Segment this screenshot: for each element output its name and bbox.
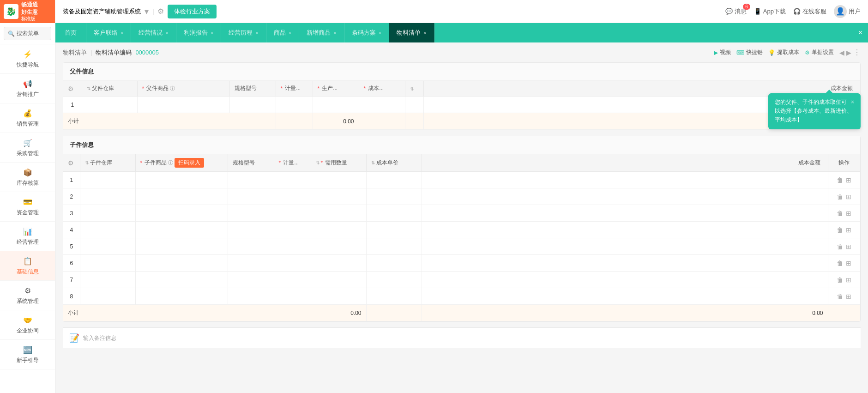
tab-profit-close[interactable]: × [211,30,213,36]
sidebar-item-system[interactable]: ⚙ 系统管理 [0,281,55,310]
child-row-8-unit-cost[interactable] [366,288,422,305]
scan-input-button[interactable]: 扫码录入 [175,158,204,168]
delete-row-3-button[interactable]: 🗑 [837,210,843,217]
sidebar-item-marketing[interactable]: 📢 营销推广 [0,74,55,103]
child-row-2-warehouse[interactable] [80,188,135,205]
sidebar-item-sales[interactable]: 💰 销售管理 [0,103,55,133]
child-row-1-goods[interactable] [135,172,228,188]
tab-profit[interactable]: 利润报告 × [176,23,221,42]
child-row-2-goods[interactable] [135,188,228,205]
sidebar-item-basic-info[interactable]: 📋 基础信息 [0,251,55,281]
child-row-8-warehouse[interactable] [80,288,135,305]
child-row-1-unit[interactable] [274,172,311,188]
tab-barcode[interactable]: 条码方案 × [344,23,389,42]
shortcut-button[interactable]: ⌨ 快捷键 [736,48,763,56]
search-menu-button[interactable]: 🔍 搜索菜单 [4,27,51,40]
child-row-6-goods[interactable] [135,255,228,272]
child-row-3-unit[interactable] [274,205,311,222]
next-page-icon[interactable]: ▶ [846,49,851,56]
child-row-8-qty[interactable] [311,288,366,305]
copy-row-5-button[interactable]: ⊞ [846,243,851,250]
child-row-5-unit[interactable] [274,238,311,255]
message-button[interactable]: 💬 消息 6 [725,7,747,16]
child-row-3-unit-cost[interactable] [366,205,422,222]
child-row-5-qty[interactable] [311,238,366,255]
tab-goods-close[interactable]: × [289,30,291,36]
parent-row-1-warehouse[interactable] [82,97,137,113]
child-row-5-goods[interactable] [135,238,228,255]
copy-row-8-button[interactable]: ⊞ [846,293,851,300]
child-row-4-goods[interactable] [135,222,228,238]
tab-history[interactable]: 经营历程 × [221,23,266,42]
delete-row-6-button[interactable]: 🗑 [837,260,843,267]
delete-row-5-button[interactable]: 🗑 [837,243,843,250]
tab-operations-close[interactable]: × [165,30,168,36]
dropdown-arrow-icon[interactable]: ▾ [145,6,149,17]
sidebar-item-quick-nav[interactable]: ⚡ 快捷导航 [0,44,55,74]
copy-row-2-button[interactable]: ⊞ [846,193,851,200]
child-row-7-spec[interactable] [228,272,274,288]
parent-row-1-goods[interactable] [137,97,229,113]
child-row-2-unit-cost[interactable] [366,188,422,205]
tab-home[interactable]: 首页 [55,23,86,42]
delete-row-7-button[interactable]: 🗑 [837,276,843,284]
parent-row-1-spec[interactable] [229,97,276,113]
column-settings-icon[interactable]: ⚙ [68,85,74,92]
child-row-8-goods[interactable] [135,288,228,305]
copy-row-3-button[interactable]: ⊞ [846,210,851,217]
expand-icon[interactable]: ⋮ [853,48,861,57]
child-row-6-unit-cost[interactable] [366,255,422,272]
copy-row-6-button[interactable]: ⊞ [846,260,851,267]
sidebar-item-finance[interactable]: 💳 资金管理 [0,192,55,222]
child-row-2-qty[interactable] [311,188,366,205]
child-row-6-spec[interactable] [228,255,274,272]
child-row-1-unit-cost[interactable] [366,172,422,188]
child-row-6-qty[interactable] [311,255,366,272]
trial-button[interactable]: 体验行业方案 [168,5,217,18]
child-row-7-goods[interactable] [135,272,228,288]
close-all-tabs-button[interactable]: × [853,29,868,37]
parent-row-1-unit[interactable] [276,97,313,113]
settings-button[interactable]: ⚙ 单据设置 [805,48,834,56]
tab-bom[interactable]: 物料清单 × [389,23,434,42]
sidebar-item-inventory[interactable]: 📦 库存核算 [0,163,55,192]
extract-cost-button[interactable]: 💡 提取成本 [768,48,799,56]
child-row-4-qty[interactable] [311,222,366,238]
breadcrumb-list[interactable]: 物料清单 [63,48,87,57]
child-row-5-warehouse[interactable] [80,238,135,255]
child-row-3-warehouse[interactable] [80,205,135,222]
child-row-7-qty[interactable] [311,272,366,288]
child-row-1-warehouse[interactable] [80,172,135,188]
parent-row-1-cost[interactable] [359,97,405,113]
child-row-4-warehouse[interactable] [80,222,135,238]
child-row-1-qty[interactable] [311,172,366,188]
child-row-6-unit[interactable] [274,255,311,272]
user-button[interactable]: 👤 用户 [834,5,861,18]
parent-row-1-produce[interactable] [313,97,359,113]
child-row-4-unit-cost[interactable] [366,222,422,238]
tab-new-goods-close[interactable]: × [333,30,336,36]
app-download-button[interactable]: 📱 App下载 [754,7,786,16]
child-row-2-unit[interactable] [274,188,311,205]
prev-page-icon[interactable]: ◀ [839,49,844,56]
child-row-3-spec[interactable] [228,205,274,222]
tab-customer[interactable]: 客户联络 × [86,23,131,42]
child-row-7-unit-cost[interactable] [366,272,422,288]
tab-operations-status[interactable]: 经营情况 × [131,23,176,42]
sidebar-item-enterprise[interactable]: 🤝 企业协同 [0,310,55,340]
online-service-button[interactable]: 🎧 在线客服 [793,7,826,16]
child-row-8-spec[interactable] [228,288,274,305]
child-row-5-spec[interactable] [228,238,274,255]
child-row-4-spec[interactable] [228,222,274,238]
delete-row-2-button[interactable]: 🗑 [837,193,843,200]
copy-row-7-button[interactable]: ⊞ [846,276,851,284]
tab-bom-close[interactable]: × [423,30,426,36]
child-row-3-goods[interactable] [135,205,228,222]
child-row-4-unit[interactable] [274,222,311,238]
delete-row-1-button[interactable]: 🗑 [837,176,843,184]
child-row-7-warehouse[interactable] [80,272,135,288]
child-row-1-spec[interactable] [228,172,274,188]
delete-row-8-button[interactable]: 🗑 [837,293,843,300]
copy-row-4-button[interactable]: ⊞ [846,226,851,234]
child-column-settings-icon[interactable]: ⚙ [68,159,74,167]
